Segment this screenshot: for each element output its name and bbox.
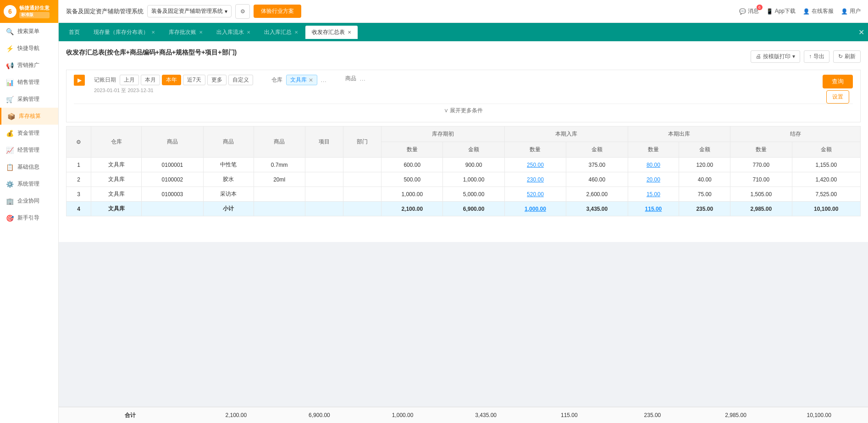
- goods-more-dots[interactable]: ...: [360, 76, 366, 82]
- table-cell: 4: [66, 202, 91, 216]
- footer-bal-amt: 10,100.00: [777, 412, 861, 418]
- warehouse-tag-close[interactable]: ✕: [309, 77, 313, 83]
- table-cell: [305, 202, 343, 216]
- operations-icon: 📈: [6, 147, 14, 154]
- user-button[interactable]: 👤 用户: [841, 7, 861, 15]
- tabbar-close-button[interactable]: ✕: [858, 28, 864, 37]
- sidebar-item-guide[interactable]: 🎯新手引导: [0, 209, 58, 226]
- table-cell: 1,505.00: [730, 187, 792, 202]
- table-row: 1文具库0100001中性笔0.7mm600.00900.00250.00375…: [66, 158, 861, 172]
- date-btn-more[interactable]: 更多: [207, 75, 227, 85]
- tab-close-icon[interactable]: ✕: [294, 30, 298, 35]
- table-cell[interactable]: 520.00: [504, 187, 566, 202]
- logo: 6 畅捷通好生意 标准版: [0, 0, 58, 23]
- table-cell: 1,155.00: [792, 158, 860, 172]
- tab-close-icon[interactable]: ✕: [247, 30, 250, 35]
- expand-more-button[interactable]: ∨ 展开更多条件: [74, 104, 853, 117]
- date-btn-last-month[interactable]: 上月: [120, 75, 139, 85]
- user-label: 用户: [850, 7, 861, 15]
- th-out-amt: 金额: [679, 142, 730, 158]
- finance-icon: 💰: [6, 130, 14, 137]
- print-button[interactable]: 🖨 按模版打印 ▾: [751, 50, 800, 63]
- table-cell: 2,985.00: [730, 202, 792, 216]
- table-cell: 1,000.00: [443, 172, 504, 187]
- tab-label: 现存量（库存分布表）: [94, 28, 149, 36]
- table-cell[interactable]: 250.00: [504, 158, 566, 172]
- gear-button[interactable]: ⚙: [235, 4, 250, 19]
- table-cell: 0100003: [142, 187, 203, 202]
- online-service-button[interactable]: 👤 在线客服: [803, 7, 834, 15]
- footer-in-qty: 1,000.00: [361, 412, 444, 418]
- table-cell[interactable]: 115.00: [628, 202, 679, 216]
- sales-icon: 📊: [6, 79, 14, 86]
- sidebar-item-system[interactable]: ⚙️系统管理: [0, 176, 58, 192]
- export-button[interactable]: ↑ 导出: [804, 50, 829, 63]
- sidebar-item-sales[interactable]: 📊销售管理: [0, 74, 58, 91]
- table-cell: [343, 172, 381, 187]
- message-icon: 💬: [739, 8, 746, 15]
- app-download-button[interactable]: 📱 App下载: [766, 7, 796, 15]
- purchase-icon: 🛒: [6, 96, 14, 103]
- table-cell[interactable]: 20.00: [628, 172, 679, 187]
- table-cell: 40.00: [679, 172, 730, 187]
- system-select[interactable]: 装备及固定资产辅助管理系统 ▾: [147, 5, 232, 17]
- chevron-down-icon: ∨: [444, 107, 448, 114]
- sidebar-item-quick-nav[interactable]: ⚡快捷导航: [0, 40, 58, 57]
- inventory-icon: 📦: [7, 113, 15, 120]
- sidebar-item-search[interactable]: 🔍搜索菜单: [0, 23, 58, 40]
- refresh-button[interactable]: ↻ 刷新: [833, 50, 861, 63]
- warehouse-tag-name: 文具库: [290, 76, 307, 84]
- sidebar-item-operations[interactable]: 📈经营管理: [0, 142, 58, 159]
- messages-button[interactable]: 💬 消息 6: [739, 7, 759, 15]
- tab-1[interactable]: 现存量（库存分布表）✕: [87, 26, 161, 39]
- table-cell[interactable]: 80.00: [628, 158, 679, 172]
- sidebar-item-enterprise[interactable]: 🏢企业协同: [0, 192, 58, 209]
- filter-settings-button[interactable]: 设置: [826, 90, 849, 104]
- filter-toggle-arrow[interactable]: ▶: [74, 75, 85, 86]
- tab-close-icon[interactable]: ✕: [151, 30, 155, 35]
- footer-out-amt: 235.00: [611, 412, 694, 418]
- th-bal-qty: 数量: [730, 142, 792, 158]
- date-btn-7days[interactable]: 近7天: [183, 75, 205, 85]
- sidebar-item-base-info[interactable]: 📋基础信息: [0, 159, 58, 176]
- table-cell[interactable]: 230.00: [504, 172, 566, 187]
- tab-label: 首页: [69, 28, 80, 36]
- date-btn-this-month[interactable]: 本月: [141, 75, 160, 85]
- tab-4[interactable]: 出入库汇总✕: [258, 26, 304, 39]
- date-btn-custom[interactable]: 自定义: [228, 75, 253, 85]
- th-spec: 商品: [254, 126, 305, 158]
- th-out-qty: 数量: [628, 142, 679, 158]
- query-button[interactable]: 查询: [823, 75, 853, 88]
- table-cell[interactable]: 1,000.00: [504, 202, 566, 216]
- table-cell: 375.00: [566, 158, 628, 172]
- date-buttons: 上月 本月 本年 近7天 更多 自定义: [120, 75, 253, 85]
- table-cell: [343, 202, 381, 216]
- table-cell: 文具库: [91, 187, 141, 202]
- sidebar-item-label: 采购管理: [17, 95, 39, 103]
- table-cell: 采访本: [203, 187, 254, 202]
- base-info-icon: 📋: [6, 164, 14, 171]
- experience-button[interactable]: 体验行业方案: [254, 5, 301, 18]
- sidebar-item-purchase[interactable]: 🛒采购管理: [0, 91, 58, 108]
- tab-close-icon[interactable]: ✕: [348, 30, 351, 35]
- tab-0[interactable]: 首页: [62, 26, 86, 39]
- sidebar-item-inventory[interactable]: 📦库存核算: [0, 108, 58, 125]
- table-cell: 710.00: [730, 172, 792, 187]
- tab-2[interactable]: 库存批次账✕: [162, 26, 209, 39]
- warehouse-more-dots[interactable]: ...: [321, 77, 327, 83]
- footer-total-bar: 合计 2,100.00 6,900.00 1,000.00 3,435.00 1…: [59, 407, 868, 423]
- tab-label: 库存批次账: [169, 28, 196, 36]
- table-cell: 7,525.00: [792, 187, 860, 202]
- tab-close-icon[interactable]: ✕: [199, 30, 203, 35]
- sidebar-item-marketing[interactable]: 📢营销推广: [0, 57, 58, 74]
- quick-nav-icon: ⚡: [6, 45, 14, 52]
- table-cell: [142, 202, 203, 216]
- table-cell: [254, 202, 305, 216]
- table-cell[interactable]: 15.00: [628, 187, 679, 202]
- table-cell: 770.00: [730, 158, 792, 172]
- date-btn-this-year[interactable]: 本年: [162, 75, 181, 85]
- table-cell: 1,420.00: [792, 172, 860, 187]
- tab-5[interactable]: 收发存汇总表✕: [305, 26, 358, 39]
- tab-3[interactable]: 出入库流水✕: [210, 26, 257, 39]
- sidebar-item-finance[interactable]: 💰资金管理: [0, 125, 58, 142]
